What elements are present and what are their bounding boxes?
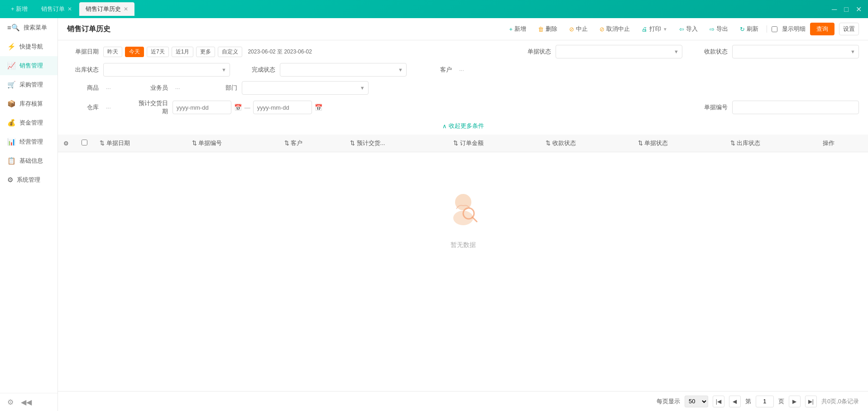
tab-home[interactable]: + 新增: [5, 2, 34, 16]
salesperson-ellipsis[interactable]: ···: [173, 85, 183, 92]
page-number-input[interactable]: [756, 396, 774, 407]
next-page-button[interactable]: ▶: [789, 396, 801, 407]
print-icon: 🖨: [642, 26, 647, 33]
sidebar-item-operations[interactable]: 📊 经营管理: [0, 132, 58, 151]
import-icon: ⇦: [679, 26, 684, 33]
tab-sales-order-history-label: 销售订单历史: [86, 5, 121, 13]
outbound-status-select[interactable]: [103, 63, 230, 77]
filter-row-1: 单据日期 昨天 今天 近7天 近1月 更多 自定义 2023-06-02 至 2…: [67, 45, 859, 58]
th-outbound-status[interactable]: ⇅ 出库状态: [725, 135, 817, 152]
expected-delivery-end[interactable]: [253, 101, 312, 114]
settings-gear-icon[interactable]: ⚙: [63, 140, 69, 147]
data-table: ⚙ ⇅ 单据日期 ⇅ 单据编号 ⇅ 客户: [58, 135, 868, 152]
product-label: 商品: [67, 84, 99, 92]
filter-row-3: 商品 ··· 业务员 ··· 部门 ▼: [67, 81, 859, 95]
refresh-label: 刷新: [747, 25, 758, 33]
basic-info-icon: 📋: [7, 157, 16, 165]
sidebar-item-sales-mgmt[interactable]: 📈 销售管理: [0, 56, 58, 75]
collapse-up-icon: ∧: [442, 123, 447, 130]
th-action: 操作: [817, 135, 868, 152]
cancel-stop-button[interactable]: ⊘ 取消中止: [596, 23, 633, 35]
tab-sales-order-history-close[interactable]: ✕: [124, 6, 128, 12]
calendar-start-icon[interactable]: 📅: [234, 104, 242, 111]
th-delivery[interactable]: ⇅ 预计交货...: [345, 135, 448, 152]
date-yesterday-btn[interactable]: 昨天: [103, 47, 122, 57]
cancel-stop-label: 取消中止: [606, 25, 630, 33]
department-select[interactable]: [242, 81, 369, 95]
sidebar-settings-icon[interactable]: ⚙: [7, 398, 14, 406]
warehouse-ellipsis[interactable]: ···: [103, 104, 114, 111]
th-date[interactable]: ⇅ 单据日期: [94, 135, 187, 152]
print-label: 打印: [649, 25, 661, 33]
stop-button[interactable]: ⊘ 中止: [566, 23, 591, 35]
show-detail-checkbox[interactable]: [772, 26, 777, 32]
warehouse-label: 仓库: [67, 103, 99, 111]
date-custom-btn[interactable]: 自定义: [218, 47, 242, 57]
date-more-btn[interactable]: 更多: [196, 47, 215, 57]
bill-status-select[interactable]: [556, 45, 682, 58]
sidebar-item-finance[interactable]: 💰 资金管理: [0, 113, 58, 132]
main-layout: ≡🔍 搜索菜单 ⚡ 快捷导航 📈 销售管理 🛒 采购管理 📦 库存核算 💰 资金…: [0, 18, 868, 411]
minimize-button[interactable]: ─: [830, 3, 839, 15]
filter-row-4: 仓库 ··· 预计交货日期 📅 — 📅 单据编号: [67, 99, 859, 116]
payment-status-select[interactable]: [732, 45, 859, 58]
sidebar-item-system-label: 系统管理: [17, 176, 40, 184]
product-ellipsis[interactable]: ···: [103, 85, 114, 92]
th-number[interactable]: ⇅ 单据编号: [187, 135, 279, 152]
date-1month-btn[interactable]: 近1月: [172, 47, 194, 57]
export-button[interactable]: ⇨ 导出: [706, 23, 732, 35]
customer-ellipsis[interactable]: ···: [456, 67, 467, 73]
tab-sales-order-history[interactable]: 销售订单历史 ✕: [79, 2, 134, 16]
th-bill-status[interactable]: ⇅ 单据状态: [633, 135, 725, 152]
system-icon: ⚙: [7, 176, 13, 184]
complete-status-label: 完成状态: [244, 66, 275, 74]
print-button[interactable]: 🖨 打印 ▼: [638, 23, 671, 35]
sidebar-item-inventory[interactable]: 📦 库存核算: [0, 94, 58, 113]
delete-icon: 🗑: [538, 26, 544, 33]
sidebar-item-system[interactable]: ⚙ 系统管理: [0, 170, 58, 189]
select-all-checkbox[interactable]: [82, 140, 87, 145]
first-page-button[interactable]: |◀: [713, 396, 724, 407]
new-button[interactable]: + 新增: [506, 23, 530, 35]
collapse-button[interactable]: ∧ 收起更多条件: [442, 120, 484, 130]
sidebar-item-search-menu[interactable]: ≡🔍 搜索菜单: [0, 18, 58, 37]
settings-button[interactable]: 设置: [839, 23, 859, 35]
sidebar-collapse-icon[interactable]: ◀◀: [21, 398, 32, 406]
sidebar-item-quick-nav[interactable]: ⚡ 快捷导航: [0, 37, 58, 56]
tab-sales-order-close[interactable]: ✕: [67, 6, 72, 12]
sidebar-item-basic-info[interactable]: 📋 基础信息: [0, 151, 58, 170]
import-button[interactable]: ⇦ 导入: [676, 23, 701, 35]
th-customer[interactable]: ⇅ 客户: [279, 135, 345, 152]
new-label: 新增: [514, 25, 526, 33]
refresh-button[interactable]: ↻ 刷新: [736, 23, 762, 35]
delete-button[interactable]: 🗑 删除: [534, 23, 561, 35]
maximize-button[interactable]: □: [842, 3, 850, 15]
date-today-btn[interactable]: 今天: [125, 47, 144, 57]
bill-status-select-wrapper: ▼: [556, 45, 682, 58]
department-label: 部门: [206, 84, 237, 92]
sidebar: ≡🔍 搜索菜单 ⚡ 快捷导航 📈 销售管理 🛒 采购管理 📦 库存核算 💰 资金…: [0, 18, 58, 411]
sidebar-item-purchase-mgmt[interactable]: 🛒 采购管理: [0, 75, 58, 94]
bill-number-input[interactable]: [732, 101, 859, 114]
close-button[interactable]: ✕: [854, 3, 863, 15]
th-payment-status[interactable]: ⇅ 收款状态: [540, 135, 633, 152]
inventory-icon: 📦: [7, 100, 16, 108]
complete-status-select[interactable]: [280, 63, 407, 77]
export-icon: ⇨: [710, 26, 715, 33]
th-amount[interactable]: ⇅ 订单金额: [448, 135, 540, 152]
page-size-select[interactable]: 20 50 100: [685, 396, 708, 407]
sales-mgmt-icon: 📈: [7, 62, 16, 70]
date-7days-btn[interactable]: 近7天: [147, 47, 169, 57]
refresh-icon: ↻: [740, 26, 745, 33]
th-action-label: 操作: [823, 140, 834, 146]
salesperson-label: 业务员: [136, 84, 168, 92]
last-page-button[interactable]: ▶|: [805, 396, 817, 407]
prev-page-button[interactable]: ◀: [729, 396, 741, 407]
th-delivery-label: ⇅ 预计交货...: [350, 140, 385, 146]
content-area: 销售订单历史 + 新增 🗑 删除 ⊘ 中止 ⊘: [58, 18, 868, 411]
th-checkbox: [76, 135, 94, 152]
calendar-end-icon[interactable]: 📅: [315, 104, 322, 111]
query-button[interactable]: 查询: [810, 23, 834, 35]
tab-sales-order[interactable]: 销售订单 ✕: [35, 2, 78, 16]
expected-delivery-start[interactable]: [173, 101, 231, 114]
